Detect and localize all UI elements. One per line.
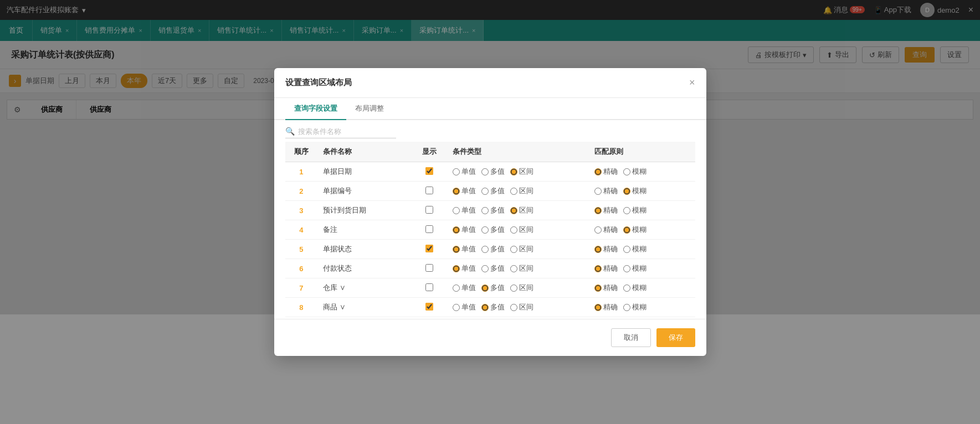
row-display-5[interactable] <box>412 240 447 259</box>
type-radio-单值-7[interactable] <box>453 285 460 292</box>
type-radio-区间-5[interactable] <box>510 246 517 253</box>
type-radio-区间-6[interactable] <box>510 265 517 272</box>
row-display-8[interactable] <box>412 298 447 315</box>
match-radio-精确-6[interactable] <box>594 265 602 272</box>
type-radio-多值-1[interactable] <box>481 168 489 175</box>
dialog-tab-layout-adjust[interactable]: 布局调整 <box>346 98 393 120</box>
type-radio-label-区间-8[interactable]: 区间 <box>510 302 533 312</box>
type-radio-单值-4[interactable] <box>453 226 460 234</box>
type-radio-label-单值-4[interactable]: 单值 <box>453 225 476 235</box>
match-radio-label-模糊-7[interactable]: 模糊 <box>623 283 647 293</box>
dialog-close-button[interactable]: × <box>689 77 695 89</box>
type-radio-多值-8[interactable] <box>481 304 489 311</box>
row-display-2[interactable] <box>412 182 447 201</box>
type-radio-区间-7[interactable] <box>510 285 517 292</box>
match-radio-模糊-3[interactable] <box>623 207 630 214</box>
dialog-tab-field-settings[interactable]: 查询字段设置 <box>285 98 346 120</box>
row-display-3[interactable] <box>412 201 447 220</box>
match-radio-精确-1[interactable] <box>594 168 602 175</box>
match-radio-模糊-4[interactable] <box>623 226 630 234</box>
row-display-6[interactable] <box>412 259 447 278</box>
type-radio-区间-2[interactable] <box>510 188 517 195</box>
type-radio-单值-1[interactable] <box>453 168 460 175</box>
type-radio-单值-6[interactable] <box>453 265 460 272</box>
type-radio-label-多值-8[interactable]: 多值 <box>481 302 505 312</box>
match-radio-label-模糊-8[interactable]: 模糊 <box>623 302 647 312</box>
match-radio-label-模糊-2[interactable]: 模糊 <box>623 186 647 196</box>
type-radio-多值-4[interactable] <box>481 226 489 234</box>
type-radio-label-多值-4[interactable]: 多值 <box>481 225 505 235</box>
dialog-table-scroll[interactable]: 顺序 条件名称 显示 条件类型 匹配原则 1单据日期单值多值区间精确模糊2单据编… <box>285 142 695 314</box>
type-radio-label-单值-5[interactable]: 单值 <box>453 244 476 254</box>
type-radio-单值-8[interactable] <box>453 304 460 311</box>
type-radio-label-单值-3[interactable]: 单值 <box>453 205 476 215</box>
match-radio-label-精确-4[interactable]: 精确 <box>594 225 618 235</box>
type-radio-单值-2[interactable] <box>453 188 460 195</box>
match-radio-模糊-6[interactable] <box>623 265 630 272</box>
match-radio-label-精确-7[interactable]: 精确 <box>594 283 618 293</box>
display-checkbox-6[interactable] <box>425 264 433 272</box>
type-radio-label-单值-1[interactable]: 单值 <box>453 167 476 177</box>
type-radio-区间-8[interactable] <box>510 304 517 311</box>
match-radio-精确-2[interactable] <box>594 188 602 195</box>
match-radio-label-模糊-6[interactable]: 模糊 <box>623 263 647 273</box>
type-radio-label-区间-6[interactable]: 区间 <box>510 263 533 273</box>
type-radio-区间-4[interactable] <box>510 226 517 234</box>
match-radio-模糊-7[interactable] <box>623 285 630 292</box>
type-radio-多值-7[interactable] <box>481 285 489 292</box>
match-radio-label-精确-5[interactable]: 精确 <box>594 244 618 254</box>
match-radio-label-模糊-4[interactable]: 模糊 <box>623 225 647 235</box>
match-radio-模糊-5[interactable] <box>623 246 630 253</box>
type-radio-区间-3[interactable] <box>510 207 517 214</box>
match-radio-label-模糊-5[interactable]: 模糊 <box>623 244 647 254</box>
match-radio-模糊-1[interactable] <box>623 168 630 175</box>
type-radio-label-区间-7[interactable]: 区间 <box>510 283 533 293</box>
match-radio-label-精确-3[interactable]: 精确 <box>594 205 618 215</box>
type-radio-label-单值-7[interactable]: 单值 <box>453 283 476 293</box>
type-radio-单值-3[interactable] <box>453 207 460 214</box>
type-radio-label-单值-8[interactable]: 单值 <box>453 302 476 312</box>
type-radio-label-区间-1[interactable]: 区间 <box>510 167 533 177</box>
type-radio-label-多值-1[interactable]: 多值 <box>481 167 505 177</box>
match-radio-label-模糊-3[interactable]: 模糊 <box>623 205 647 215</box>
type-radio-label-区间-5[interactable]: 区间 <box>510 244 533 254</box>
type-radio-label-区间-4[interactable]: 区间 <box>510 225 533 235</box>
type-radio-label-多值-7[interactable]: 多值 <box>481 283 505 293</box>
match-radio-label-模糊-1[interactable]: 模糊 <box>623 167 647 177</box>
display-checkbox-7[interactable] <box>425 283 433 291</box>
match-radio-精确-4[interactable] <box>594 226 602 234</box>
match-radio-精确-5[interactable] <box>594 246 602 253</box>
display-checkbox-1[interactable] <box>425 167 433 175</box>
display-checkbox-4[interactable] <box>425 225 433 233</box>
type-radio-label-多值-5[interactable]: 多值 <box>481 244 505 254</box>
display-checkbox-2[interactable] <box>425 187 433 194</box>
display-checkbox-8[interactable] <box>425 303 433 311</box>
display-checkbox-3[interactable] <box>425 206 433 214</box>
type-radio-label-区间-2[interactable]: 区间 <box>510 186 533 196</box>
type-radio-多值-2[interactable] <box>481 188 489 195</box>
row-display-4[interactable] <box>412 220 447 240</box>
type-radio-单值-5[interactable] <box>453 246 460 253</box>
type-radio-label-单值-6[interactable]: 单值 <box>453 263 476 273</box>
type-radio-区间-1[interactable] <box>510 168 517 175</box>
row-display-1[interactable] <box>412 162 447 182</box>
type-radio-label-多值-3[interactable]: 多值 <box>481 205 505 215</box>
match-radio-label-精确-1[interactable]: 精确 <box>594 167 618 177</box>
match-radio-模糊-2[interactable] <box>623 188 630 195</box>
type-radio-多值-3[interactable] <box>481 207 489 214</box>
type-radio-多值-6[interactable] <box>481 265 489 272</box>
type-radio-label-多值-2[interactable]: 多值 <box>481 186 505 196</box>
match-radio-精确-3[interactable] <box>594 207 602 214</box>
type-radio-label-多值-6[interactable]: 多值 <box>481 263 505 273</box>
search-input[interactable] <box>298 127 387 136</box>
display-checkbox-5[interactable] <box>425 245 433 252</box>
match-radio-模糊-8[interactable] <box>623 304 630 311</box>
type-radio-label-区间-3[interactable]: 区间 <box>510 205 533 215</box>
match-radio-精确-7[interactable] <box>594 285 602 292</box>
match-radio-label-精确-2[interactable]: 精确 <box>594 186 618 196</box>
type-radio-多值-5[interactable] <box>481 246 489 253</box>
match-radio-label-精确-6[interactable]: 精确 <box>594 263 618 273</box>
match-radio-精确-8[interactable] <box>594 304 602 311</box>
row-display-7[interactable] <box>412 278 447 298</box>
type-radio-label-单值-2[interactable]: 单值 <box>453 186 476 196</box>
